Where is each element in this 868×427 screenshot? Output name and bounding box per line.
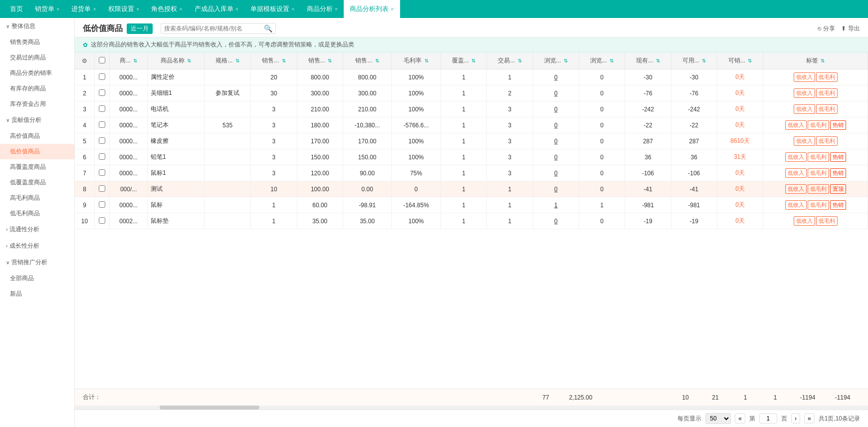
views-link[interactable]: 0 xyxy=(554,74,558,81)
row-views1[interactable]: 0 xyxy=(533,101,579,117)
col-tags[interactable]: 标签 ⇅ xyxy=(763,52,868,69)
row-views1[interactable]: 0 xyxy=(533,181,579,197)
views-link[interactable]: 1 xyxy=(554,202,558,209)
col-coverage[interactable]: 覆盖... ⇅ xyxy=(440,52,486,69)
views-link[interactable]: 0 xyxy=(554,218,558,225)
nav-close-product-analysis[interactable]: × xyxy=(335,6,338,12)
col-transactions[interactable]: 交易... ⇅ xyxy=(487,52,533,69)
nav-close-analysis-list[interactable]: × xyxy=(391,6,394,12)
row-checkbox-cell[interactable] xyxy=(95,85,110,101)
col-sellable[interactable]: 可销... ⇅ xyxy=(717,52,763,69)
last-page-btn[interactable]: » xyxy=(804,414,815,424)
nav-analysis-list[interactable]: 商品分析列表 × xyxy=(344,0,400,18)
share-button[interactable]: ⎋ 分享 xyxy=(818,24,835,33)
sidebar-item-category-rate[interactable]: 商品分类的销率 xyxy=(0,65,74,81)
col-available[interactable]: 可用... ⇅ xyxy=(671,52,717,69)
col-views1[interactable]: 浏览... ⇅ xyxy=(533,52,579,69)
row-checkbox-cell[interactable] xyxy=(95,149,110,165)
views-link[interactable]: 0 xyxy=(554,138,558,145)
sidebar-item-low-margin[interactable]: 低毛利商品 xyxy=(0,206,74,221)
nav-close-template[interactable]: × xyxy=(291,6,294,12)
row-checkbox[interactable] xyxy=(99,121,105,128)
sidebar-item-high-value[interactable]: 高价值商品 xyxy=(0,128,74,144)
nav-close-permission[interactable]: × xyxy=(136,6,139,12)
col-sales-amount[interactable]: 销售... ⇅ xyxy=(343,52,391,69)
sidebar-item-high-coverage[interactable]: 高覆盖度商品 xyxy=(0,159,74,175)
nav-sales[interactable]: 销货单 × xyxy=(29,0,65,18)
col-settings[interactable]: ⚙ xyxy=(75,52,95,69)
row-checkbox-cell[interactable] xyxy=(95,69,110,85)
nav-purchase[interactable]: 进货单 × xyxy=(65,0,102,18)
nav-close-stock-in[interactable]: × xyxy=(235,6,238,12)
search-icon[interactable]: 🔍 xyxy=(264,24,272,32)
page-number-input[interactable] xyxy=(759,414,777,424)
col-code[interactable]: 商... ⇅ xyxy=(110,52,148,69)
row-checkbox[interactable] xyxy=(99,201,105,208)
row-checkbox[interactable] xyxy=(99,137,105,144)
nav-role[interactable]: 角色授权 × xyxy=(145,0,188,18)
col-checkbox[interactable] xyxy=(95,52,110,69)
row-views1[interactable]: 1 xyxy=(533,197,579,213)
views-link[interactable]: 0 xyxy=(554,122,558,129)
sidebar-item-stock-capital[interactable]: 库存资金占用 xyxy=(0,96,74,112)
row-views1[interactable]: 0 xyxy=(533,213,579,229)
nav-stock-in[interactable]: 产成品入库单 × xyxy=(189,0,244,18)
row-checkbox[interactable] xyxy=(99,105,105,112)
row-views1[interactable]: 0 xyxy=(533,133,579,149)
col-current-stock[interactable]: 现有... ⇅ xyxy=(625,52,671,69)
views-link[interactable]: 0 xyxy=(554,186,558,193)
row-views1[interactable]: 0 xyxy=(533,69,579,85)
horizontal-scrollbar[interactable] xyxy=(75,406,868,410)
row-checkbox[interactable] xyxy=(99,169,105,176)
row-views1[interactable]: 0 xyxy=(533,165,579,181)
row-views1[interactable]: 0 xyxy=(533,85,579,101)
sidebar-section-circulation[interactable]: › 流通性分析 xyxy=(0,221,74,238)
views-link[interactable]: 0 xyxy=(554,90,558,97)
sidebar-section-overview[interactable]: ∨ 整体信息 xyxy=(0,18,74,34)
export-button[interactable]: ⬆ 导出 xyxy=(841,24,860,33)
row-checkbox-cell[interactable] xyxy=(95,213,110,229)
nav-product-analysis[interactable]: 商品分析 × xyxy=(301,0,344,18)
next-page-btn[interactable]: › xyxy=(791,414,800,424)
row-views1[interactable]: 0 xyxy=(533,149,579,165)
col-sales-qty[interactable]: 销售... ⇅ xyxy=(251,52,297,69)
col-sales-price[interactable]: 销售... ⇅ xyxy=(297,52,343,69)
nav-home[interactable]: 首页 xyxy=(4,0,29,18)
col-spec[interactable]: 规格... ⇅ xyxy=(204,52,250,69)
row-checkbox-cell[interactable] xyxy=(95,117,110,133)
sidebar-item-new-products[interactable]: 新品 xyxy=(0,286,74,302)
nav-template[interactable]: 单据模板设置 × xyxy=(244,0,300,18)
nav-close-purchase[interactable]: × xyxy=(93,6,96,12)
sidebar-item-all-products[interactable]: 全部商品 xyxy=(0,271,74,286)
sidebar-section-contribution[interactable]: ∨ 贡献值分析 xyxy=(0,112,74,128)
views-link[interactable]: 0 xyxy=(554,154,558,161)
row-views1[interactable]: 0 xyxy=(533,117,579,133)
row-checkbox-cell[interactable] xyxy=(95,197,110,213)
per-page-select[interactable]: 50 100 200 xyxy=(705,413,731,424)
row-checkbox-cell[interactable] xyxy=(95,181,110,197)
col-gross-margin[interactable]: 毛利率 ⇅ xyxy=(392,52,441,69)
sidebar-item-stock-products[interactable]: 有库存的商品 xyxy=(0,81,74,96)
time-badge[interactable]: 近一月 xyxy=(127,23,153,34)
views-link[interactable]: 0 xyxy=(554,170,558,177)
sidebar-item-high-margin[interactable]: 高毛利商品 xyxy=(0,190,74,206)
col-views2[interactable]: 浏览... ⇅ xyxy=(579,52,625,69)
scroll-thumb[interactable] xyxy=(160,406,259,410)
views-link[interactable]: 0 xyxy=(554,106,558,113)
row-checkbox-cell[interactable] xyxy=(95,165,110,181)
nav-close-role[interactable]: × xyxy=(179,6,182,12)
sidebar-item-low-coverage[interactable]: 低覆盖度商品 xyxy=(0,175,74,190)
nav-close-sales[interactable]: × xyxy=(56,6,59,12)
first-page-btn[interactable]: « xyxy=(735,414,745,424)
row-checkbox[interactable] xyxy=(99,185,105,192)
sidebar-section-growth[interactable]: › 成长性分析 xyxy=(0,238,74,254)
sidebar-item-low-value[interactable]: 低价值商品 xyxy=(0,144,74,159)
row-checkbox[interactable] xyxy=(99,89,105,96)
row-checkbox[interactable] xyxy=(99,73,105,80)
sidebar-section-marketing[interactable]: ∨ 营销推广分析 xyxy=(0,254,74,271)
search-input[interactable] xyxy=(164,25,264,32)
sidebar-item-sales-products[interactable]: 销售类商品 xyxy=(0,34,74,50)
col-name[interactable]: 商品名称 ⇅ xyxy=(148,52,205,69)
sidebar-item-traded-products[interactable]: 交易过的商品 xyxy=(0,50,74,65)
nav-permission[interactable]: 权限设置 × xyxy=(102,0,145,18)
